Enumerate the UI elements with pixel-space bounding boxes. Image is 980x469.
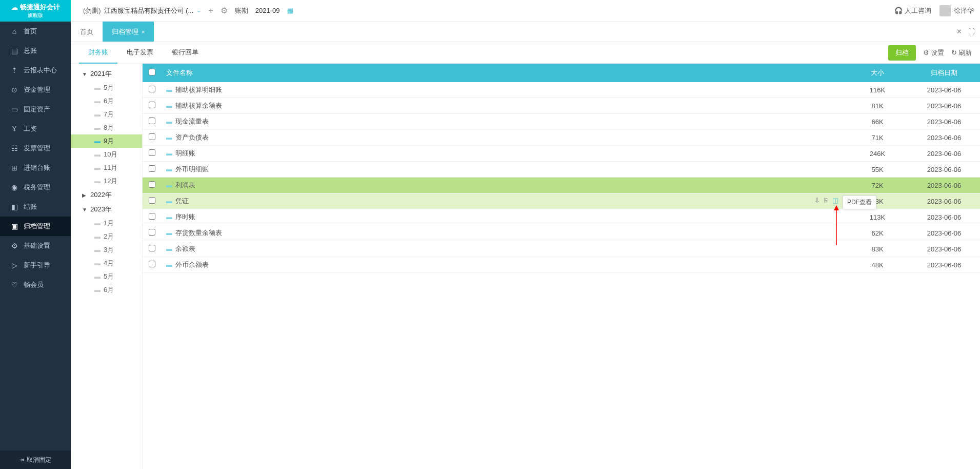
nav-icon: ⊞ (10, 164, 18, 172)
nav-item-0[interactable]: ⌂首页 (0, 22, 71, 41)
row-checkbox[interactable] (149, 245, 155, 251)
caret-right-icon: ▶ (82, 192, 87, 198)
tree-month[interactable]: ▬8月 (71, 121, 142, 134)
nav-item-13[interactable]: ♡畅会员 (0, 275, 71, 295)
subtab-einvoice[interactable]: 电子发票 (117, 42, 163, 64)
nav-icon: ⇡ (10, 66, 18, 74)
month-label: 6月 (104, 285, 114, 295)
table-row[interactable]: ▬现金流量表66K2023-06-06 (143, 114, 980, 130)
subtab-financial[interactable]: 财务账 (79, 42, 117, 64)
table-row[interactable]: ▬辅助核算余额表81K2023-06-06 (143, 98, 980, 114)
table-row[interactable]: ▬存货数量余额表62K2023-06-06 (143, 225, 980, 241)
col-size: 大小 (847, 64, 908, 82)
view-icon[interactable]: ◫ (832, 197, 838, 204)
pdf-icon[interactable]: ⎘ (824, 197, 828, 204)
tree-year-2022[interactable]: ▶2022年 (71, 188, 142, 202)
nav-icon: ☷ (10, 144, 18, 152)
select-all-checkbox[interactable] (149, 69, 155, 75)
calendar-icon[interactable]: ▦ (287, 7, 293, 14)
file-icon: ▬ (166, 102, 172, 109)
row-checkbox[interactable] (149, 261, 155, 267)
nav-item-12[interactable]: ▷新手引导 (0, 256, 71, 275)
company-selector[interactable]: (勿删) 江西服宝精品有限责任公司 (... ⌄ (83, 6, 201, 15)
nav-label: 归档管理 (24, 222, 50, 231)
nav-item-11[interactable]: ⚙基础设置 (0, 236, 71, 256)
settings-link[interactable]: ⚙设置 (923, 48, 944, 57)
tree-month[interactable]: ▬9月 (71, 134, 142, 148)
file-name: 凭证 (175, 197, 189, 205)
tab-archive[interactable]: 归档管理 × (103, 22, 154, 42)
nav-item-1[interactable]: ▤总账 (0, 41, 71, 61)
nav-icon: ¥ (10, 125, 18, 133)
nav-item-4[interactable]: ▭固定资产 (0, 100, 71, 119)
row-checkbox[interactable] (149, 133, 155, 140)
subtab-bank[interactable]: 银行回单 (163, 42, 208, 64)
row-checkbox[interactable] (149, 181, 155, 188)
refresh-link[interactable]: ↻刷新 (951, 48, 972, 57)
folder-icon: ▬ (94, 151, 101, 158)
table-row[interactable]: ▬资产负债表71K2023-06-06 (143, 130, 980, 146)
file-name: 存货数量余额表 (175, 229, 222, 237)
nav-item-2[interactable]: ⇡云报表中心 (0, 61, 71, 80)
file-size: 72K (847, 178, 908, 193)
period-value[interactable]: 2021-09 (255, 7, 280, 14)
tree-month[interactable]: ▬10月 (71, 148, 142, 161)
pin-icon: ↠ (19, 456, 25, 463)
download-icon[interactable]: ⇩ (814, 197, 820, 204)
table-row[interactable]: ▬外币余额表48K2023-06-06 (143, 257, 980, 273)
table-row[interactable]: ▬余额表83K2023-06-06 (143, 241, 980, 257)
tree-month[interactable]: ▬1月 (71, 217, 142, 230)
consult-link[interactable]: 🎧 人工咨询 (894, 6, 931, 15)
tree-month[interactable]: ▬6月 (71, 94, 142, 108)
table-row[interactable]: ▬外币明细账55K2023-06-06 (143, 162, 980, 178)
tree-month[interactable]: ▬2月 (71, 230, 142, 243)
tree-year-2021[interactable]: ▼2021年 (71, 67, 142, 81)
tree-month[interactable]: ▬4月 (71, 257, 142, 270)
nav-item-7[interactable]: ⊞进销台账 (0, 158, 71, 178)
tree-month[interactable]: ▬11月 (71, 161, 142, 174)
tab-home[interactable]: 首页 (71, 22, 103, 42)
table-row[interactable]: ▬序时账113K2023-06-06 (143, 209, 980, 225)
tree-month[interactable]: ▬7月 (71, 108, 142, 121)
row-checkbox[interactable] (149, 102, 155, 108)
row-checkbox[interactable] (149, 197, 155, 204)
row-checkbox[interactable] (149, 165, 155, 172)
row-checkbox[interactable] (149, 213, 155, 220)
user-menu[interactable]: 徐泽华 (939, 5, 974, 16)
nav-label: 新手引导 (24, 261, 50, 270)
folder-icon: ▬ (94, 84, 101, 91)
nav-item-6[interactable]: ☷发票管理 (0, 139, 71, 158)
unpin-button[interactable]: ↠ 取消固定 (0, 451, 71, 469)
file-size: 71K (847, 130, 908, 146)
tree-month[interactable]: ▬5月 (71, 270, 142, 283)
nav-item-9[interactable]: ◧结账 (0, 197, 71, 217)
table-row[interactable]: ▬利润表72K2023-06-06 (143, 178, 980, 193)
nav-item-5[interactable]: ¥工资 (0, 119, 71, 139)
tree-year-2023[interactable]: ▼2023年 (71, 202, 142, 217)
company-settings-button[interactable]: ⚙ (221, 6, 228, 15)
row-checkbox[interactable] (149, 86, 155, 92)
table-row[interactable]: ▬明细账246K2023-06-06 (143, 146, 980, 162)
nav-icon: ⌂ (10, 27, 18, 35)
nav-item-8[interactable]: ◉税务管理 (0, 178, 71, 197)
nav-item-3[interactable]: ⊙资金管理 (0, 80, 71, 100)
page-tabs: 首页 归档管理 × ✕ ⛶ (71, 22, 980, 42)
add-button[interactable]: + (208, 6, 213, 15)
nav-item-10[interactable]: ▣归档管理 (0, 217, 71, 236)
file-date: 2023-06-06 (908, 257, 980, 273)
month-label: 6月 (104, 96, 114, 106)
file-table-wrap: 文件名称 大小 归档日期 ▬辅助核算明细账116K2023-06-06▬辅助核算… (143, 64, 980, 469)
table-row[interactable]: ▬辅助核算明细账116K2023-06-06 (143, 82, 980, 98)
tree-month[interactable]: ▬6月 (71, 283, 142, 297)
tree-month[interactable]: ▬12月 (71, 174, 142, 188)
month-label: 10月 (104, 150, 117, 159)
tree-month[interactable]: ▬5月 (71, 81, 142, 94)
row-checkbox[interactable] (149, 118, 155, 124)
close-icon[interactable]: × (142, 29, 145, 35)
expand-icon[interactable]: ⛶ (968, 28, 975, 35)
row-checkbox[interactable] (149, 229, 155, 236)
tree-month[interactable]: ▬3月 (71, 243, 142, 257)
row-checkbox[interactable] (149, 149, 155, 156)
archive-button[interactable]: 归档 (888, 45, 916, 61)
close-all-icon[interactable]: ✕ (956, 28, 962, 35)
